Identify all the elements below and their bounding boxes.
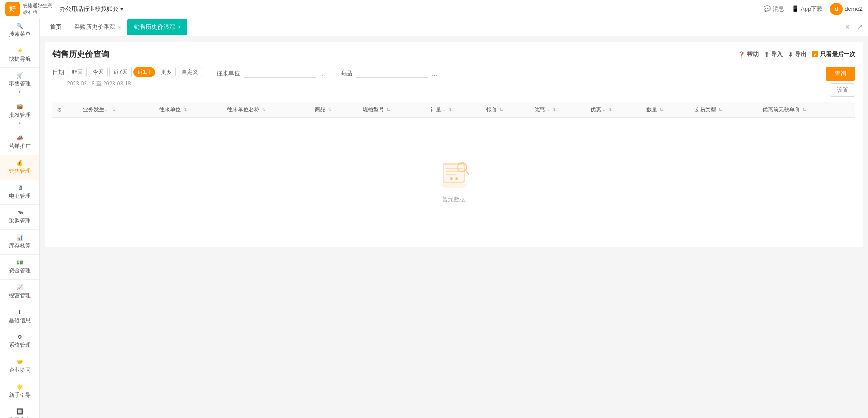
date-btn-custom[interactable]: 自定义 [178, 67, 202, 77]
svg-line-7 [465, 171, 469, 174]
user-area[interactable]: d demo2 [830, 3, 863, 15]
topbar-right: 💬 消息 📱 App下载 d demo2 [764, 3, 863, 15]
partner-picker-button[interactable]: ... [320, 69, 326, 77]
message-label: 消息 [773, 5, 784, 13]
tab-purchase-label: 采购历史价跟踪 [74, 23, 115, 31]
sidebar-item-label: 采购管理 [9, 217, 31, 225]
help-label: 帮助 [747, 50, 759, 58]
sidebar-item-finance[interactable]: 💵 资金管理 [0, 255, 39, 280]
sidebar-item-label: 基础信息 [9, 317, 31, 324]
export-icon: ⬇ [788, 51, 793, 58]
chevron-down-icon: ▾ [19, 89, 21, 94]
purchase-icon: 🛍 [17, 209, 23, 216]
page-title-row: 销售历史价查询 ❓ 帮助 ⬆ 导入 ⬇ 导出 [52, 49, 855, 60]
filter-goods-label: 商品 [340, 69, 352, 77]
th-trade-type[interactable]: 交易类型 ⇅ [690, 102, 758, 118]
th-discount2[interactable]: 优惠... ⇅ [586, 102, 642, 118]
download-icon: 📱 [792, 5, 799, 12]
close-sales-tab-button[interactable]: × [178, 24, 181, 30]
sidebar-item-label: 营销推广 [9, 142, 31, 150]
guide-icon: 🌟 [16, 384, 23, 390]
partner-input[interactable] [244, 69, 316, 78]
maximize-button[interactable]: ⤢ [855, 21, 864, 33]
app-selector[interactable]: 办公用品行业模拟账套 ▾ [56, 3, 127, 15]
sidebar: 🔍 搜索菜单 ⚡ 快捷导航 🛒 零售管理 ▾ 📦 批发管理 ▴ 📣 营销推广 💰… [0, 18, 40, 418]
app-center-icon: 🔲 [16, 408, 23, 415]
app-download-action[interactable]: 📱 App下载 [792, 5, 823, 13]
date-btn-last7days[interactable]: 近7天 [109, 67, 132, 77]
empty-illustration [431, 154, 476, 190]
tab-purchase-history[interactable]: 采购历史价跟踪 × [68, 19, 127, 35]
th-quantity[interactable]: 数量 ⇅ [642, 102, 690, 118]
sidebar-item-label: 快捷导航 [9, 55, 31, 63]
sort-icon: ⇅ [500, 107, 503, 112]
sidebar-item-purchase[interactable]: 🛍 采购管理 [0, 205, 39, 230]
sidebar-item-search-menu[interactable]: 🔍 搜索菜单 [0, 18, 39, 43]
sidebar-item-marketing[interactable]: 📣 营销推广 [0, 130, 39, 155]
export-action[interactable]: ⬇ 导出 [788, 50, 807, 58]
query-button[interactable]: 查询 [826, 67, 855, 81]
th-biz-date[interactable]: 业务发生... ⇅ [78, 102, 154, 118]
sidebar-item-label: 系统管理 [9, 342, 31, 349]
th-spec[interactable]: 规格型号 ⇅ [358, 102, 426, 118]
th-discount1[interactable]: 优惠... ⇅ [529, 102, 585, 118]
th-goods[interactable]: 商品 ⇅ [310, 102, 358, 118]
page-panel: 销售历史价查询 ❓ 帮助 ⬆ 导入 ⬇ 导出 [45, 42, 863, 247]
sidebar-item-quick-nav[interactable]: ⚡ 快捷导航 [0, 43, 39, 68]
only-last-checkbox[interactable]: ✓ [812, 51, 818, 57]
close-purchase-tab-button[interactable]: × [118, 24, 121, 30]
th-unit[interactable]: 计量... ⇅ [426, 102, 482, 118]
help-icon: ❓ [738, 51, 745, 58]
close-all-tabs-button[interactable]: × [844, 21, 851, 33]
date-btn-today[interactable]: 今天 [89, 67, 108, 77]
column-settings-icon[interactable]: ⚙ [57, 107, 62, 113]
settings-button[interactable]: 设置 [830, 83, 855, 97]
date-btn-yesterday[interactable]: 昨天 [68, 67, 87, 77]
sidebar-item-label: 搜索菜单 [9, 30, 31, 38]
date-buttons: 昨天 今天 近7天 近1月 更多 自定义 [68, 67, 202, 77]
message-action[interactable]: 💬 消息 [764, 5, 784, 13]
sidebar-item-retail[interactable]: 🛒 零售管理 ▾ [0, 68, 39, 99]
avatar: d [830, 3, 843, 15]
page-content: 销售历史价查询 ❓ 帮助 ⬆ 导入 ⬇ 导出 [40, 36, 868, 418]
sidebar-item-guide[interactable]: 🌟 新手引导 [0, 379, 39, 404]
filter-partner-label: 往来单位 [217, 69, 240, 77]
nav-icon: ⚡ [16, 48, 23, 54]
sort-icon: ⇅ [660, 107, 663, 112]
sidebar-item-label: 库存核算 [9, 242, 31, 250]
sidebar-item-wholesale[interactable]: 📦 批发管理 ▴ [0, 99, 39, 130]
goods-picker-button[interactable]: ... [432, 69, 438, 77]
sidebar-item-sales[interactable]: 💰 销售管理 [0, 155, 39, 180]
tab-sales-history[interactable]: 销售历史价跟踪 × [127, 19, 187, 35]
th-quoted-price[interactable]: 报价 ⇅ [482, 102, 530, 118]
only-last-checkbox-area[interactable]: ✓ 只看最后一次 [812, 50, 855, 58]
svg-point-11 [456, 178, 458, 180]
svg-point-0 [440, 183, 467, 188]
sidebar-item-ecommerce[interactable]: 🖥 电商管理 [0, 180, 39, 205]
app-name: 办公用品行业模拟账套 [60, 5, 118, 13]
th-settings[interactable]: ⚙ [52, 102, 78, 118]
operations-icon: 📈 [16, 284, 23, 290]
th-pre-tax-price[interactable]: 优惠前无税单价 ⇅ [758, 102, 855, 118]
sort-icon: ⇅ [262, 107, 265, 112]
search-icon: 🔍 [16, 23, 23, 29]
sidebar-item-system[interactable]: ⚙ 系统管理 [0, 329, 39, 354]
sidebar-item-app-center[interactable]: 🔲 应用中心 [0, 404, 39, 418]
tab-sales-label: 销售历史价跟踪 [134, 23, 175, 31]
help-action[interactable]: ❓ 帮助 [738, 50, 759, 58]
sidebar-item-basic-info[interactable]: ℹ 基础信息 [0, 304, 39, 329]
sidebar-item-operations[interactable]: 📈 经营管理 [0, 280, 39, 304]
date-btn-more[interactable]: 更多 [157, 67, 176, 77]
th-partner-id[interactable]: 往来单位 ⇅ [155, 102, 222, 118]
sidebar-item-inventory[interactable]: 📊 库存核算 [0, 230, 39, 255]
retail-icon: 🛒 [16, 72, 23, 79]
th-partner-name[interactable]: 往来单位名称 ⇅ [222, 102, 310, 118]
date-btn-last1month[interactable]: 近1月 [133, 67, 156, 77]
import-action[interactable]: ⬆ 导入 [764, 50, 783, 58]
tab-home[interactable]: 首页 [43, 19, 68, 35]
sidebar-item-enterprise[interactable]: 🤝 企业协同 [0, 354, 39, 379]
goods-input[interactable] [356, 69, 428, 78]
empty-icon [431, 154, 476, 190]
username: demo2 [844, 5, 863, 12]
sort-icon: ⇅ [328, 107, 331, 112]
